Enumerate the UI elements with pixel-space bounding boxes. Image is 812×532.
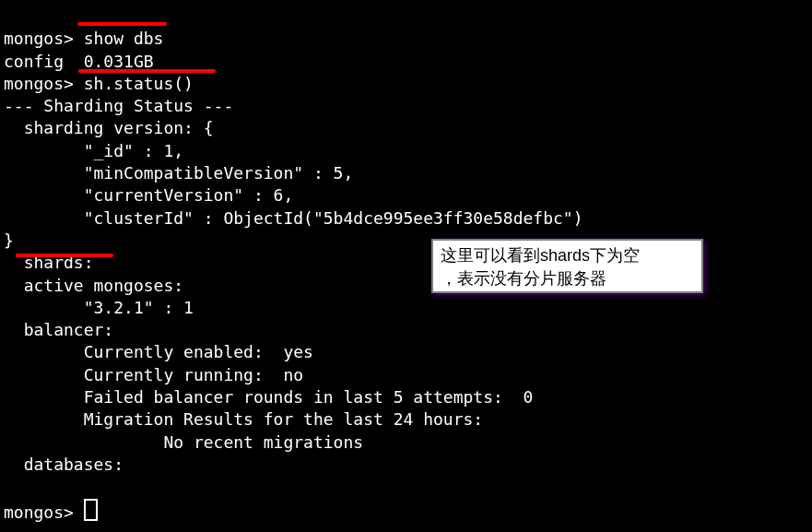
out-failed-rounds: Failed balancer rounds in last 5 attempt… [4, 387, 533, 407]
out-active-mongoses: active mongoses: [4, 276, 183, 295]
out-close-brace: } [4, 231, 14, 250]
cmd-sh-status: sh.status() [84, 74, 194, 93]
cursor [84, 499, 98, 521]
out-id: "_id" : 1, [4, 141, 183, 160]
out-version-open: sharding version: { [4, 118, 214, 137]
underline-show-dbs [77, 22, 167, 26]
underline-shards [16, 254, 113, 257]
out-cluster-id: "clusterId" : ObjectId("5b4dce995ee3ff30… [4, 208, 583, 228]
prompt: mongos> [4, 74, 84, 93]
prompt: mongos> [4, 29, 84, 48]
out-config-line: config 0.031GB [4, 52, 154, 71]
annotation-box: 这里可以看到shards下为空 ，表示没有分片服务器 [431, 239, 703, 293]
out-min-compat: "minCompatibleVersion" : 5, [4, 163, 353, 183]
annotation-line2: ，表示没有分片服务器 [441, 267, 694, 290]
out-migration-header: Migration Results for the last 24 hours: [4, 409, 483, 429]
out-shard-status-header: --- Sharding Status --- [4, 96, 233, 115]
out-balancer-enabled: Currently enabled: yes [4, 342, 313, 361]
annotation-line1: 这里可以看到shards下为空 [441, 244, 694, 267]
terminal[interactable]: mongos> show dbs config 0.031GB mongos> … [0, 0, 812, 532]
prompt: mongos> [4, 502, 84, 522]
cmd-show-dbs: show dbs [84, 29, 164, 48]
out-mongos-version: "3.2.1" : 1 [4, 298, 194, 317]
out-databases: databases: [4, 455, 124, 474]
out-no-migrations: No recent migrations [4, 432, 363, 452]
out-cur-version: "currentVersion" : 6, [4, 185, 293, 205]
underline-sh-status [78, 69, 216, 73]
out-balancer: balancer: [4, 320, 113, 339]
out-balancer-running: Currently running: no [4, 365, 303, 384]
